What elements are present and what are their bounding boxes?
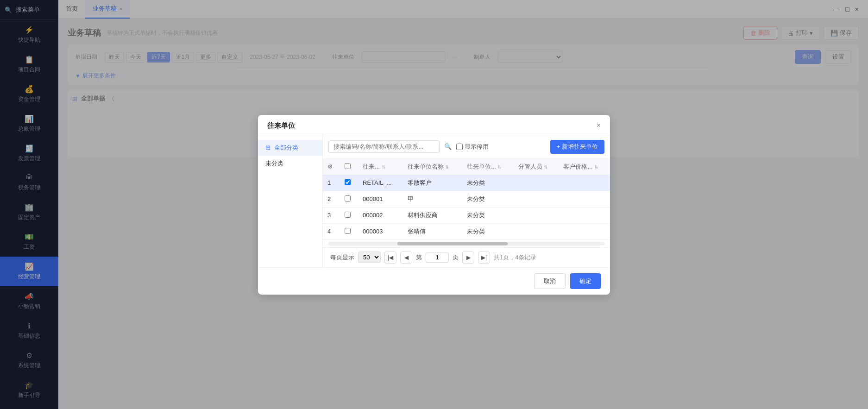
row-checkbox[interactable] bbox=[340, 191, 358, 207]
row-no: 2 bbox=[323, 191, 340, 207]
total-records: 共1页，4条记录 bbox=[494, 253, 536, 262]
select-all-checkbox[interactable] bbox=[345, 163, 351, 169]
next-page-btn[interactable]: ▶ bbox=[462, 252, 474, 264]
dialog-title: 往来单位 bbox=[267, 121, 295, 130]
dialog-header: 往来单位 × bbox=[258, 115, 610, 135]
dialog-table-wrap: ⚙ 往来... ⇅ 往来单位名称 ⇅ 往来单位... ⇅ 分管人员 ⇅ 客户价格… bbox=[323, 159, 610, 240]
sort-icon4: ⇅ bbox=[544, 164, 547, 170]
confirm-button[interactable]: 确定 bbox=[570, 273, 601, 289]
page-unit-label: 页 bbox=[453, 253, 459, 262]
col-category-header: 往来单位... ⇅ bbox=[462, 159, 514, 175]
page-number-input[interactable] bbox=[426, 252, 449, 263]
show-disabled-checkbox[interactable] bbox=[456, 144, 463, 150]
dialog-action-footer: 取消 确定 bbox=[258, 267, 610, 295]
row-person bbox=[514, 207, 559, 223]
prev-page-btn[interactable]: ◀ bbox=[400, 252, 412, 264]
row-code: 000001 bbox=[358, 191, 403, 207]
row-name: 零散客户 bbox=[403, 175, 462, 191]
col-person-header: 分管人员 ⇅ bbox=[514, 159, 559, 175]
col-code-header: 往来... ⇅ bbox=[358, 159, 403, 175]
row-checkbox[interactable] bbox=[340, 175, 358, 191]
row-name: 甲 bbox=[403, 191, 462, 207]
row-name: 材料供应商 bbox=[403, 207, 462, 223]
row-person bbox=[514, 191, 559, 207]
scrollbar-thumb bbox=[397, 242, 508, 245]
category-grid-icon: ⊞ bbox=[265, 144, 270, 151]
row-category: 未分类 bbox=[462, 207, 514, 223]
row-price bbox=[559, 223, 610, 239]
dialog-category-panel: ⊞ 全部分类 未分类 bbox=[258, 135, 323, 267]
row-price bbox=[559, 191, 610, 207]
row-name: 张晴傅 bbox=[403, 223, 462, 239]
show-disabled-label: 显示停用 bbox=[456, 143, 489, 151]
table-row[interactable]: 1 RETAIL_... 零散客户 未分类 bbox=[323, 175, 610, 191]
dialog-category-all[interactable]: ⊞ 全部分类 bbox=[258, 140, 322, 156]
sort-icon3: ⇅ bbox=[497, 164, 501, 170]
dialog-category-unclassified[interactable]: 未分类 bbox=[258, 156, 322, 171]
dialog-overlay: 往来单位 × ⊞ 全部分类 未分类 🔍 bbox=[0, 0, 868, 409]
sort-icon2: ⇅ bbox=[445, 164, 449, 170]
col-checkbox-header bbox=[340, 159, 358, 175]
dialog-body: ⊞ 全部分类 未分类 🔍 显示停用 + 新增往来单位 bbox=[258, 135, 610, 267]
table-row[interactable]: 4 000003 张晴傅 未分类 bbox=[323, 223, 610, 239]
sort-icon5: ⇅ bbox=[594, 164, 598, 170]
search-icon: 🔍 bbox=[444, 143, 452, 150]
horizontal-scrollbar[interactable] bbox=[328, 242, 604, 245]
row-person bbox=[514, 223, 559, 239]
row-category: 未分类 bbox=[462, 175, 514, 191]
new-partner-button[interactable]: + 新增往来单位 bbox=[550, 140, 604, 154]
row-category: 未分类 bbox=[462, 223, 514, 239]
table-row[interactable]: 2 000001 甲 未分类 bbox=[323, 191, 610, 207]
row-price bbox=[559, 207, 610, 223]
dialog-search-input[interactable] bbox=[328, 140, 440, 153]
last-page-btn[interactable]: ▶| bbox=[478, 252, 490, 264]
dialog-close-btn[interactable]: × bbox=[597, 121, 601, 130]
dialog-search-row: 🔍 显示停用 + 新增往来单位 bbox=[323, 135, 610, 159]
row-person bbox=[514, 175, 559, 191]
first-page-btn[interactable]: |◀ bbox=[384, 252, 396, 264]
col-price-header: 客户价格... ⇅ bbox=[559, 159, 610, 175]
row-code: 000002 bbox=[358, 207, 403, 223]
table-row[interactable]: 3 000002 材料供应商 未分类 bbox=[323, 207, 610, 223]
settings-icon[interactable]: ⚙ bbox=[327, 163, 333, 170]
partner-table: ⚙ 往来... ⇅ 往来单位名称 ⇅ 往来单位... ⇅ 分管人员 ⇅ 客户价格… bbox=[323, 159, 610, 240]
row-checkbox[interactable] bbox=[340, 207, 358, 223]
cancel-button[interactable]: 取消 bbox=[534, 273, 566, 289]
col-settings-header: ⚙ bbox=[323, 159, 340, 175]
page-num-label: 第 bbox=[416, 253, 422, 262]
dialog-pagination: 每页显示 50 |◀ ◀ 第 页 ▶ ▶| 共1页，4条记录 bbox=[323, 247, 610, 267]
row-no: 1 bbox=[323, 175, 340, 191]
row-no: 4 bbox=[323, 223, 340, 239]
col-name-header: 往来单位名称 ⇅ bbox=[403, 159, 462, 175]
partner-dialog: 往来单位 × ⊞ 全部分类 未分类 🔍 bbox=[258, 115, 610, 295]
dialog-main: 🔍 显示停用 + 新增往来单位 ⚙ 往来... ⇅ bbox=[323, 135, 610, 267]
per-page-select[interactable]: 50 bbox=[358, 252, 381, 263]
row-code: RETAIL_... bbox=[358, 175, 403, 191]
row-no: 3 bbox=[323, 207, 340, 223]
row-code: 000003 bbox=[358, 223, 403, 239]
row-category: 未分类 bbox=[462, 191, 514, 207]
per-page-label: 每页显示 bbox=[330, 253, 354, 262]
row-checkbox[interactable] bbox=[340, 223, 358, 239]
row-price bbox=[559, 175, 610, 191]
sort-icon: ⇅ bbox=[382, 164, 385, 170]
